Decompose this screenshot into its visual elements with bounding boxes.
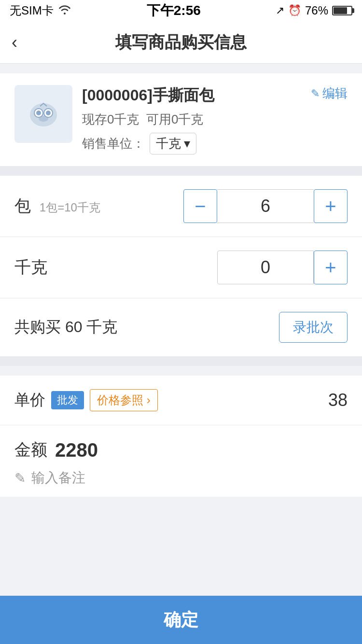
carrier-text: 无SIM卡	[10, 3, 54, 18]
product-card: [0000006]手撕面包 现存0千克 可用0千克 销售单位： 千克 ▾ ✎ 编…	[0, 73, 362, 166]
product-thumbnail	[14, 85, 72, 143]
price-tag: 批发	[51, 391, 84, 409]
location-icon: ↗	[276, 4, 284, 17]
confirm-button[interactable]: 确定	[0, 596, 362, 644]
bao-quantity-input[interactable]	[217, 189, 314, 223]
back-button[interactable]: ‹	[12, 32, 17, 53]
pencil-icon: ✎	[14, 470, 26, 486]
price-value: 38	[328, 390, 348, 410]
kg-quantity-input[interactable]	[217, 251, 314, 284]
status-right: ↗ ⏰ 76%	[276, 4, 352, 17]
svg-point-3	[36, 111, 41, 115]
unit-select[interactable]: 千克 ▾	[150, 133, 196, 154]
bao-label: 包 1包=10千克	[14, 195, 183, 217]
bao-increment-button[interactable]: +	[314, 189, 348, 223]
remark-row[interactable]: ✎ 输入备注	[14, 469, 348, 487]
page-title: 填写商品购买信息	[115, 31, 247, 54]
batch-button[interactable]: 录批次	[279, 312, 348, 343]
status-bar: 无SIM卡 下午2:56 ↗ ⏰ 76%	[0, 0, 362, 21]
alarm-icon: ⏰	[288, 4, 301, 17]
bao-input-row: 包 1包=10千克 − +	[0, 176, 362, 237]
price-section: 单价 批发 价格参照 › 38	[0, 376, 362, 425]
remark-placeholder: 输入备注	[31, 469, 85, 487]
section-divider-2	[0, 356, 362, 366]
time-display: 下午2:56	[147, 1, 201, 20]
kg-input-row: 千克 +	[0, 237, 362, 298]
edit-button[interactable]: ✎ 编辑	[311, 85, 348, 102]
price-label: 单价	[14, 390, 45, 411]
price-reference-button[interactable]: 价格参照 ›	[90, 389, 158, 411]
product-unit-row: 销售单位： 千克 ▾	[82, 133, 348, 154]
svg-point-5	[39, 116, 48, 122]
amount-section: 金额 2280 ✎ 输入备注	[0, 425, 362, 497]
summary-row: 共购买 60 千克 录批次	[0, 298, 362, 356]
bao-decrement-button[interactable]: −	[183, 189, 217, 223]
svg-point-4	[46, 111, 51, 115]
product-info: [0000006]手撕面包 现存0千克 可用0千克 销售单位： 千克 ▾	[82, 85, 348, 154]
section-divider-1	[0, 166, 362, 176]
product-name: [0000006]手撕面包	[82, 85, 348, 106]
svg-point-0	[30, 103, 57, 126]
amount-label: 金额	[14, 439, 47, 461]
summary-text: 共购买 60 千克	[14, 317, 117, 338]
product-stock: 现存0千克 可用0千克	[82, 111, 348, 128]
kg-increment-button[interactable]: +	[314, 251, 348, 284]
bao-controls: − +	[183, 189, 348, 223]
input-section: 包 1包=10千克 − + 千克 +	[0, 176, 362, 298]
price-left: 单价 批发 价格参照 ›	[14, 389, 158, 411]
amount-value: 2280	[55, 439, 98, 461]
nav-bar: ‹ 填写商品购买信息	[0, 21, 362, 64]
status-left: 无SIM卡	[10, 3, 72, 18]
amount-row: 金额 2280	[14, 439, 348, 461]
wifi-signal-icon	[57, 4, 72, 17]
battery-percent: 76%	[305, 4, 328, 17]
kg-controls: +	[217, 251, 348, 284]
battery-icon	[332, 6, 352, 15]
kg-label: 千克	[14, 256, 217, 279]
